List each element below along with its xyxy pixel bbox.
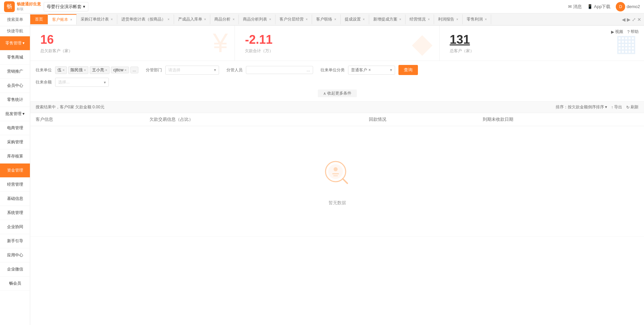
tab-inbound-stats[interactable]: 进货单统计表（按商品） × [117, 14, 174, 24]
filter-label-dept: 分管部门 [146, 67, 162, 73]
question-icon: ? [627, 30, 630, 34]
filter-select-category[interactable]: 普通客户 × ▾ [348, 66, 395, 75]
sidebar-item-newbie[interactable]: 新手引导 [0, 234, 30, 248]
tab-close-customer-ledger[interactable]: × [70, 18, 72, 22]
sidebar-item-member-center[interactable]: 会员中心 [0, 79, 30, 93]
sidebar-item-finance[interactable]: 资金管理 [0, 164, 30, 178]
tab-bar: 首页 客户账本 × 采购订单统计表 × 进货单统计表（按商品） × 产成品入库单… [30, 13, 644, 26]
tab-close-product-analysis[interactable]: × [232, 17, 234, 21]
tab-commission-settings[interactable]: 提成设置 × [341, 14, 369, 24]
logo-sub: 标版 [17, 7, 41, 11]
sidebar-item-member[interactable]: 畅会员 [0, 277, 30, 291]
tab-close-product-list[interactable]: × [269, 17, 271, 21]
tab-close-commission[interactable]: × [363, 17, 365, 21]
tab-close-profit[interactable]: × [456, 17, 458, 21]
main-layout: 搜索菜单 快捷导航 零售管理 ▾ 零售商城 营销推广 会员中心 零售统计 批发管… [0, 13, 644, 325]
col-debt-info: 欠款交易信息（占比） [144, 113, 363, 126]
filter-tag-more[interactable]: ... [130, 67, 138, 73]
filter-tags: 伍 × 陈民强 × 王小亮 × cjttcw × [55, 66, 138, 74]
tab-close-retail-profit[interactable]: × [485, 17, 487, 21]
query-button[interactable]: 查询 [398, 65, 418, 75]
tab-home[interactable]: 首页 [30, 14, 48, 24]
sidebar-item-purchase[interactable]: 采购管理 [0, 135, 30, 149]
sidebar-quick-nav[interactable]: 快捷导航 [0, 26, 30, 36]
sidebar-search[interactable]: 搜索菜单 [0, 13, 30, 26]
tab-close-customer-layer[interactable]: × [306, 17, 308, 21]
tab-retail-profit[interactable]: 零售利润 × [463, 14, 491, 24]
tag-close-wu[interactable]: × [62, 68, 65, 72]
tab-prev-icon[interactable]: ◀ [622, 17, 626, 22]
help-btn[interactable]: ? 帮助 [627, 29, 639, 35]
filter-select-person[interactable]: ... [246, 66, 313, 74]
filter-row-1: 往来单位 伍 × 陈民强 × 王小亮 × [36, 65, 639, 75]
export-icon: ↑ [611, 105, 613, 110]
app-download-btn[interactable]: 📱 App下载 [587, 4, 610, 10]
col-customer-info: 客户信息 [30, 113, 144, 126]
sidebar-item-retail-stats[interactable]: 零售统计 [0, 93, 30, 107]
tab-next-icon[interactable]: ▶ [627, 17, 631, 22]
tab-close-all-icon[interactable]: ✕ [637, 17, 641, 22]
tab-close-product-inbound[interactable]: × [204, 17, 206, 21]
stats-row: ¥ 16 总欠款客户（家） ◆ -2.11 欠款合计（万） ▦ 131 总客户（… [30, 26, 644, 61]
svg-point-3 [334, 167, 338, 171]
stat-label-customers: 总欠款客户（家） [40, 48, 73, 54]
video-btn[interactable]: ▶ 视频 [611, 29, 623, 35]
tab-customer-ledger[interactable]: 客户账本 × [48, 14, 77, 25]
export-button[interactable]: ↑ 导出 [611, 104, 622, 110]
play-icon: ▶ [611, 30, 614, 34]
chevron-down-icon-sort[interactable]: ▾ [605, 105, 607, 109]
sidebar-item-ecommerce[interactable]: 电商管理 [0, 121, 30, 135]
sidebar-item-basic-info[interactable]: 基础信息 [0, 192, 30, 206]
filter-label-person: 分管人员 [226, 67, 243, 73]
sidebar-item-app-center[interactable]: 应用中心 [0, 248, 30, 262]
sidebar-item-system[interactable]: 系统管理 [0, 206, 30, 220]
sidebar-item-wechat[interactable]: 企业微信 [0, 262, 30, 277]
tab-product-analysis-list[interactable]: 商品分析列表 × [239, 14, 275, 24]
filter-select-dept[interactable]: 请选择 ▾ [165, 66, 219, 75]
data-table: 客户信息 欠款交易信息（占比） 回款情况 到期未收款日期 [30, 113, 644, 237]
collapse-button[interactable]: ∧ 收起更多条件 [318, 89, 357, 97]
tab-business-status[interactable]: 经营情况 × [405, 14, 434, 24]
mobile-icon: 📱 [587, 4, 593, 9]
filter-area: 往来单位 伍 × 陈民强 × 王小亮 × [30, 61, 644, 102]
tab-product-analysis[interactable]: 商品分析 × [210, 14, 239, 24]
svg-line-2 [343, 179, 347, 183]
message-btn[interactable]: ✉ 消息 [568, 4, 582, 10]
sidebar-item-retail-mgmt[interactable]: 零售管理 ▾ [0, 36, 30, 50]
tab-close-inbound[interactable]: × [168, 17, 170, 21]
svg-rect-5 [333, 175, 338, 176]
tag-close-chen[interactable]: × [84, 68, 86, 72]
chevron-down-icon: ▾ [83, 4, 85, 9]
chevron-up-icon: ∧ [323, 91, 326, 96]
empty-illustration [320, 156, 354, 196]
stat-label-debt: 欠款合计（万） [245, 48, 273, 54]
sidebar-item-marketing[interactable]: 营销推广 [0, 65, 30, 79]
filter-tag-chen: 陈民强 × [68, 66, 88, 74]
tag-close-cjttcw[interactable]: × [124, 68, 126, 72]
tab-product-inbound[interactable]: 产成品入库单 × [174, 14, 211, 24]
user-area[interactable]: D demo2 [616, 2, 640, 11]
result-summary: 搜索结果中，客户0家 欠款金额 0.00元 [36, 104, 104, 110]
tab-close-add-commission[interactable]: × [399, 17, 401, 21]
sidebar-item-retail-shop[interactable]: 零售商城 [0, 50, 30, 65]
tab-expand-icon[interactable]: ⤢ [632, 17, 636, 22]
sidebar-item-wholesale-mgmt[interactable]: 批发管理 ▾ [0, 107, 30, 121]
sidebar-item-enterprise[interactable]: 企业协同 [0, 220, 30, 234]
sidebar-item-operations[interactable]: 经营管理 [0, 178, 30, 192]
tab-close-contact[interactable]: × [334, 17, 336, 21]
tab-close-purchase-order[interactable]: × [111, 17, 113, 21]
tab-profit-report[interactable]: 利润报告 × [434, 14, 463, 24]
tab-customer-contact[interactable]: 客户联络 × [312, 14, 341, 24]
filter-label-category: 往来单位分类 [320, 67, 345, 73]
sidebar-item-inventory[interactable]: 库存核算 [0, 149, 30, 164]
filter-select-balance[interactable]: 选择... ▾ [55, 78, 109, 87]
tab-add-commission[interactable]: 新增提成方案 × [369, 14, 406, 24]
tab-close-business[interactable]: × [428, 17, 430, 21]
category-tag-close[interactable]: × [369, 68, 371, 72]
refresh-button[interactable]: ↻ 刷新 [626, 104, 639, 110]
tab-customer-layering[interactable]: 客户分层经营 × [275, 14, 312, 24]
tab-purchase-order-stats[interactable]: 采购订单统计表 × [77, 14, 117, 24]
stat-number-customers: 16 [40, 32, 54, 47]
tag-close-wang[interactable]: × [105, 68, 107, 72]
company-selector[interactable]: 母婴行业演示帐套 ▾ [44, 2, 88, 11]
